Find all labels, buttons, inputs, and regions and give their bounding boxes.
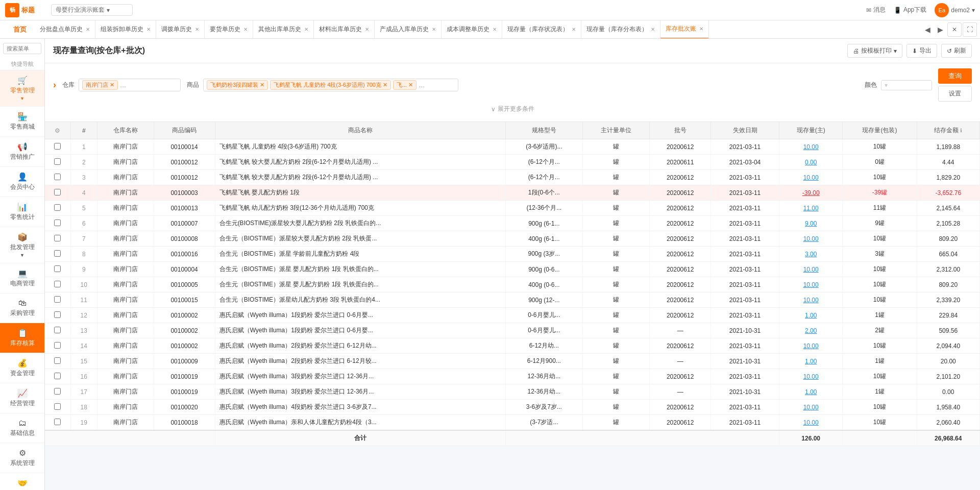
td-qty[interactable]: 10.00 <box>779 231 843 247</box>
td-qty[interactable]: 10.00 <box>779 139 843 155</box>
td-qty[interactable]: 0.00 <box>779 155 843 170</box>
goods-tag-close-icon[interactable]: ✕ <box>383 82 387 88</box>
row-checkbox[interactable] <box>54 143 61 150</box>
row-checkbox[interactable] <box>54 311 61 318</box>
row-checkbox[interactable] <box>54 158 61 165</box>
export-btn[interactable]: ⬇ 导出 <box>906 44 937 58</box>
refresh-btn[interactable]: ↺ 刷新 <box>941 44 972 58</box>
tab-close-icon[interactable]: ✕ <box>432 27 436 32</box>
td-qty[interactable]: 1.00 <box>779 354 843 369</box>
sidebar-quick-nav[interactable]: 快捷导航 <box>0 58 44 70</box>
tab-diaobo[interactable]: 调拨单历史 ✕ <box>156 20 205 39</box>
row-checkbox[interactable] <box>54 174 61 180</box>
warehouse-tag-container[interactable]: 南岸门店 ✕ … <box>79 79 181 91</box>
td-qty[interactable]: 10.00 <box>779 277 843 292</box>
settings-icon[interactable]: ⚙ <box>55 127 60 134</box>
sidebar-item-retail-stats[interactable]: 📊 零售统计 <box>0 197 44 227</box>
td-checkbox[interactable] <box>45 277 70 292</box>
row-checkbox[interactable] <box>54 388 61 395</box>
td-checkbox[interactable] <box>45 323 70 338</box>
sidebar-item-member[interactable]: 👤 会员中心 <box>0 167 44 197</box>
tab-chengpin[interactable]: 产成品入库单历史 ✕ <box>375 20 442 39</box>
sidebar-item-sys-mgmt[interactable]: ⚙ 系统管理 <box>0 443 44 473</box>
search-btn[interactable]: 查询 <box>938 68 972 84</box>
tab-zuhe[interactable]: 组装拆卸单历史 ✕ <box>95 20 156 39</box>
td-qty[interactable]: 9.00 <box>779 216 843 231</box>
row-checkbox[interactable] <box>54 219 61 226</box>
sidebar-item-wholesale[interactable]: 📦 批发管理 ▼ <box>0 227 44 263</box>
td-qty[interactable]: 1.00 <box>779 308 843 323</box>
tab-close-icon[interactable]: ✕ <box>243 27 248 32</box>
tab-close-icon[interactable]: ✕ <box>86 27 90 32</box>
sidebar-item-marketing[interactable]: 📢 营销推广 <box>0 137 44 167</box>
warehouse-more-btn[interactable]: … <box>120 82 126 89</box>
td-checkbox[interactable] <box>45 308 70 323</box>
td-checkbox[interactable] <box>45 216 70 231</box>
td-checkbox[interactable] <box>45 415 70 431</box>
set-btn[interactable]: 设置 <box>938 86 972 102</box>
row-checkbox[interactable] <box>54 403 61 410</box>
row-checkbox[interactable] <box>54 235 61 241</box>
td-qty[interactable]: 2.00 <box>779 323 843 338</box>
tab-chengben[interactable]: 成本调整单历史 ✕ <box>442 20 502 39</box>
tab-cailiao[interactable]: 材料出库单历史 ✕ <box>314 20 375 39</box>
td-checkbox[interactable] <box>45 292 70 308</box>
sidebar-item-retail-shop[interactable]: 🏪 零售商城 <box>0 107 44 137</box>
user-profile[interactable]: Ea demo2 ▾ <box>935 3 975 17</box>
tab-qita[interactable]: 其他出库单历史 ✕ <box>253 20 314 39</box>
tab-next-icon[interactable]: ▶ <box>935 20 946 39</box>
td-checkbox[interactable] <box>45 354 70 369</box>
row-checkbox[interactable] <box>54 265 61 272</box>
tab-close-icon[interactable]: ✕ <box>146 27 151 32</box>
td-checkbox[interactable] <box>45 201 70 216</box>
message-btn[interactable]: ✉ 消息 <box>866 6 886 14</box>
td-checkbox[interactable] <box>45 247 70 262</box>
tab-close-icon[interactable]: ✕ <box>572 27 576 32</box>
tab-close-icon[interactable]: ✕ <box>493 27 497 32</box>
tab-xiancun1[interactable]: 现存量（库存状况表） ✕ <box>502 20 581 39</box>
row-checkbox[interactable] <box>54 327 61 333</box>
tab-prev-icon[interactable]: ◀ <box>922 20 934 39</box>
row-checkbox[interactable] <box>54 204 61 211</box>
td-qty[interactable]: 11.00 <box>779 201 843 216</box>
sidebar-item-operations[interactable]: 📈 经营管理 <box>0 383 44 413</box>
goods-more-btn[interactable]: … <box>419 82 425 89</box>
td-qty[interactable]: 10.00 <box>779 262 843 277</box>
row-checkbox[interactable] <box>54 250 61 257</box>
row-checkbox[interactable] <box>54 419 61 425</box>
td-checkbox[interactable] <box>45 384 70 400</box>
goods-tag-container[interactable]: 飞鹤奶粉3段四罐装 ✕ 飞鹤星飞帆 儿童奶粉 4段(3-6岁适用) 700克 ✕… <box>203 79 458 91</box>
td-checkbox[interactable] <box>45 155 70 170</box>
goods-tag-close-icon[interactable]: ✕ <box>260 82 264 88</box>
tab-kucun-pici[interactable]: 库存批次账 ✕ <box>660 20 709 39</box>
goods-tag-close-icon[interactable]: ✕ <box>408 82 413 88</box>
th-settings[interactable]: ⚙ <box>45 122 70 139</box>
tab-yaohuo[interactable]: 要货单历史 ✕ <box>205 20 253 39</box>
tab-close-icon[interactable]: ✕ <box>365 27 369 32</box>
sidebar-item-collab[interactable]: 🤝 企业协同 <box>0 473 44 490</box>
sidebar-item-purchase[interactable]: 🛍 采购管理 <box>0 293 44 323</box>
td-checkbox[interactable] <box>45 170 70 185</box>
td-qty[interactable]: 10.00 <box>779 369 843 384</box>
sidebar-item-retail-mgmt[interactable]: 🛒 零售管理 ▼ <box>0 70 44 107</box>
td-checkbox[interactable] <box>45 262 70 277</box>
app-download-btn[interactable]: 📱 App下载 <box>894 6 926 14</box>
sidebar-item-inventory[interactable]: 📋 库存核算 <box>0 323 44 353</box>
row-checkbox[interactable] <box>54 189 61 195</box>
sidebar-item-ecommerce[interactable]: 💻 电商管理 <box>0 263 44 293</box>
color-tag-container[interactable]: ▾ <box>881 80 932 90</box>
tab-home[interactable]: 首页 <box>5 20 35 39</box>
tab-close-icon[interactable]: ✕ <box>651 27 655 32</box>
tab-xiancun2[interactable]: 现存量（库存分布表） ✕ <box>581 20 660 39</box>
row-checkbox[interactable] <box>54 296 61 303</box>
sidebar-item-basic-info[interactable]: 🗂 基础信息 <box>0 413 44 443</box>
sidebar-item-finance[interactable]: 💰 资金管理 <box>0 353 44 383</box>
industry-selector[interactable]: 母婴行业演示账套 ▾ <box>51 4 133 16</box>
td-qty[interactable]: 10.00 <box>779 415 843 431</box>
td-qty[interactable]: 1.00 <box>779 384 843 400</box>
row-checkbox[interactable] <box>54 342 61 349</box>
row-checkbox[interactable] <box>54 357 61 364</box>
row-checkbox[interactable] <box>54 281 61 287</box>
td-checkbox[interactable] <box>45 338 70 354</box>
td-checkbox[interactable] <box>45 369 70 384</box>
